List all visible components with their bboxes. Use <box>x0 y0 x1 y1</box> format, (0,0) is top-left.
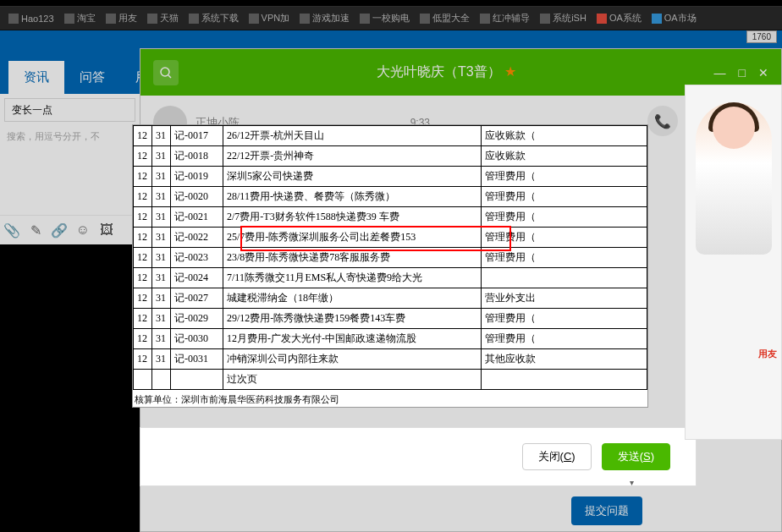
table-row: 1231记-0019深圳5家公司快递费管理费用（ <box>134 167 647 187</box>
table-cell: 12 <box>134 187 152 207</box>
table-cell: 记-0031 <box>171 349 223 370</box>
table-cell: 22/12开票-贵州神奇 <box>223 146 482 167</box>
table-cell: 31 <box>152 268 171 288</box>
table-cell: 12 <box>134 228 152 248</box>
table-cell: 管理费用（ <box>482 207 647 228</box>
table-cell: 记-0022 <box>171 228 223 248</box>
table-row: 1231记-002028/11费用-快递费、餐费等（陈秀微）管理费用（ <box>134 187 647 207</box>
table-cell: 31 <box>152 349 171 370</box>
assistant-label: 用友 <box>758 348 777 360</box>
table-cell: 25/7费用-陈秀微深圳服务公司出差餐费153 <box>223 228 482 248</box>
table-cell <box>171 370 223 390</box>
table-cell: 深圳5家公司快递费 <box>223 167 482 187</box>
table-cell: 31 <box>152 309 171 329</box>
table-cell: 12 <box>134 167 152 187</box>
table-cell: 7/11陈秀微交11月EMS私人寄快递费9给大光 <box>223 268 482 288</box>
table-cell: 12 <box>134 126 152 146</box>
close-button[interactable]: 关闭(C) <box>522 443 592 470</box>
table-cell: 其他应收款 <box>482 349 647 370</box>
table-row: 1231记-002323/8费用-陈秀微快递费78客服服务费管理费用（ <box>134 248 647 268</box>
table-cell: 31 <box>152 187 171 207</box>
table-cell <box>482 268 647 288</box>
table-row: 1231记-001822/12开票-贵州神奇应收账款 <box>134 146 647 167</box>
table-cell: 记-0017 <box>171 126 223 146</box>
assistant-panel: 用友 <box>685 85 782 440</box>
table-cell: 12 <box>134 329 152 349</box>
table-cell: 31 <box>152 126 171 146</box>
table-cell: 管理费用（ <box>482 187 647 207</box>
table-cell: 31 <box>152 329 171 349</box>
table-cell: 23/8费用-陈秀微快递费78客服服务费 <box>223 248 482 268</box>
table-cell: 城建税滞纳金（18年缴） <box>223 288 482 309</box>
table-cell: 过次页 <box>223 370 482 390</box>
table-cell: 记-0027 <box>171 288 223 309</box>
modal-buttons: 关闭(C) 发送(S) <box>140 427 697 486</box>
table-cell: 记-0019 <box>171 167 223 187</box>
table-cell: 管理费用（ <box>482 309 647 329</box>
table-row: 过次页 <box>134 370 647 390</box>
table-cell: 营业外支出 <box>482 288 647 309</box>
table-row: 1231记-0027城建税滞纳金（18年缴）营业外支出 <box>134 288 647 309</box>
table-cell: 28/11费用-快递费、餐费等（陈秀微） <box>223 187 482 207</box>
table-row: 1231记-002225/7费用-陈秀微深圳服务公司出差餐费153管理费用（ <box>134 228 647 248</box>
table-cell: 记-0021 <box>171 207 223 228</box>
table-row: 1231记-001726/12开票-杭州天目山应收账款（ <box>134 126 647 146</box>
table-cell: 12 <box>134 268 152 288</box>
send-button[interactable]: 发送(S) <box>602 443 670 470</box>
table-cell <box>482 370 647 390</box>
table-cell: 管理费用（ <box>482 167 647 187</box>
document-footer: 核算单位：深圳市前海晨华医药科技服务有限公司 <box>133 390 647 409</box>
table-cell: 31 <box>152 248 171 268</box>
table-row: 1231记-0031冲销深圳公司内部往来款其他应收款 <box>134 349 647 370</box>
table-cell: 应收账款（ <box>482 126 647 146</box>
table-cell: 31 <box>152 228 171 248</box>
table-cell: 12月费用-广发大光付-中国邮政速递物流股 <box>223 329 482 349</box>
table-cell: 12 <box>134 248 152 268</box>
table-cell: 12 <box>134 349 152 370</box>
table-cell: 记-0018 <box>171 146 223 167</box>
table-cell: 12 <box>134 309 152 329</box>
avatar-head <box>713 107 755 149</box>
table-cell: 管理费用（ <box>482 329 647 349</box>
table-cell: 26/12开票-杭州天目山 <box>223 126 482 146</box>
table-cell: 管理费用（ <box>482 228 647 248</box>
table-cell: 31 <box>152 288 171 309</box>
ledger-table: 1231记-001726/12开票-杭州天目山应收账款（1231记-001822… <box>133 125 647 390</box>
table-cell: 记-0024 <box>171 268 223 288</box>
table-row: 1231记-00212/7费用-T3财务软件1588快递费39 车费管理费用（ <box>134 207 647 228</box>
table-row: 1231记-002929/12费用-陈秀微快递费159餐费143车费管理费用（ <box>134 309 647 329</box>
table-cell: 12 <box>134 207 152 228</box>
table-cell: 29/12费用-陈秀微快递费159餐费143车费 <box>223 309 482 329</box>
table-cell <box>134 370 152 390</box>
table-cell: 记-0023 <box>171 248 223 268</box>
table-row: 1231记-00247/11陈秀微交11月EMS私人寄快递费9给大光 <box>134 268 647 288</box>
table-cell: 12 <box>134 146 152 167</box>
table-cell: 管理费用（ <box>482 248 647 268</box>
scroll-down-icon[interactable]: ▾ <box>630 478 640 488</box>
table-row: 1231记-003012月费用-广发大光付-中国邮政速递物流股管理费用（ <box>134 329 647 349</box>
table-cell: 31 <box>152 146 171 167</box>
table-cell: 31 <box>152 207 171 228</box>
assistant-avatar[interactable] <box>696 102 772 255</box>
document-preview: 1231记-001726/12开票-杭州天目山应收账款（1231记-001822… <box>132 124 648 408</box>
table-cell: 记-0029 <box>171 309 223 329</box>
table-cell: 2/7费用-T3财务软件1588快递费39 车费 <box>223 207 482 228</box>
table-cell: 31 <box>152 167 171 187</box>
table-cell <box>152 370 171 390</box>
table-cell: 12 <box>134 288 152 309</box>
table-cell: 记-0030 <box>171 329 223 349</box>
table-cell: 记-0020 <box>171 187 223 207</box>
table-cell: 应收账款 <box>482 146 647 167</box>
table-cell: 冲销深圳公司内部往来款 <box>223 349 482 370</box>
